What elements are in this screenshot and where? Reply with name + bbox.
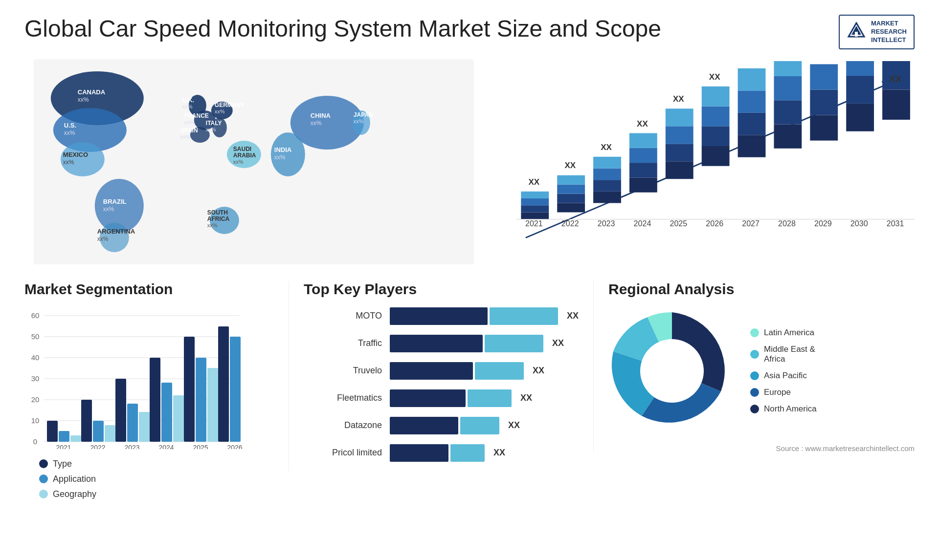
svg-text:XX: XX [889, 74, 902, 84]
legend-europe: Europe [750, 388, 817, 397]
donut-chart [608, 307, 736, 434]
segmentation-section: Market Segmentation 0 10 20 30 40 50 60 [24, 281, 289, 504]
bar-light [460, 417, 499, 434]
latin-america-dot [750, 328, 759, 337]
svg-text:2024: 2024 [633, 219, 651, 228]
svg-text:xx%: xx% [215, 108, 225, 114]
legend-application: Application [39, 474, 274, 484]
bar-dark [390, 362, 473, 380]
svg-rect-62 [557, 175, 585, 184]
key-players-title: Top Key Players [304, 281, 579, 298]
svg-text:xx%: xx% [206, 127, 216, 132]
svg-rect-128 [59, 431, 69, 442]
svg-text:2022: 2022 [561, 219, 579, 228]
bar-dark [390, 389, 466, 407]
svg-text:2031: 2031 [886, 219, 904, 228]
svg-text:xx%: xx% [103, 206, 114, 213]
svg-text:30: 30 [31, 374, 40, 383]
source-text: Source : www.marketresearchintellect.com [608, 444, 915, 452]
regional-title: Regional Analysis [608, 281, 915, 298]
svg-text:INDIA: INDIA [274, 146, 292, 153]
svg-rect-61 [557, 184, 585, 194]
svg-text:2027: 2027 [742, 219, 760, 228]
svg-rect-66 [593, 180, 621, 192]
svg-rect-74 [629, 133, 657, 148]
svg-rect-85 [701, 106, 729, 126]
svg-text:XX: XX [601, 142, 612, 151]
svg-rect-145 [207, 368, 218, 442]
regional-section: Regional Analysis [593, 281, 915, 452]
svg-rect-148 [230, 337, 241, 442]
north-america-dot [750, 405, 759, 413]
svg-text:2022: 2022 [90, 444, 105, 449]
map-container: CANADA xx% U.S. xx% MEXICO xx% BRAZIL xx… [24, 59, 483, 266]
svg-text:0: 0 [33, 437, 37, 446]
europe-dot [750, 388, 759, 397]
svg-rect-54 [521, 205, 549, 212]
svg-rect-141 [173, 395, 184, 442]
asia-pacific-dot [750, 371, 759, 380]
svg-rect-96 [774, 76, 802, 100]
growth-bar-chart: XX 2021 XX 2022 XX [498, 61, 915, 266]
svg-rect-56 [521, 191, 549, 198]
svg-text:MEXICO: MEXICO [63, 151, 88, 158]
bar-light [450, 444, 485, 462]
svg-rect-2 [855, 32, 858, 37]
page: Global Car Speed Monitoring System Marke… [0, 0, 939, 560]
type-dot [39, 459, 48, 468]
svg-rect-83 [701, 146, 729, 166]
svg-text:xx%: xx% [233, 159, 244, 165]
svg-text:ARABIA: ARABIA [233, 152, 256, 159]
svg-text:ITALY: ITALY [206, 120, 222, 127]
svg-text:xx%: xx% [180, 134, 191, 140]
svg-text:xx%: xx% [354, 118, 364, 124]
svg-text:FRANCE: FRANCE [184, 112, 209, 119]
key-players-section: Top Key Players MOTO XX Traffic [289, 281, 593, 472]
svg-rect-97 [774, 61, 802, 76]
svg-rect-80 [665, 108, 693, 126]
svg-text:SOUTH: SOUTH [207, 209, 228, 216]
svg-rect-79 [665, 126, 693, 144]
svg-text:2021: 2021 [525, 219, 543, 228]
world-map: CANADA xx% U.S. xx% MEXICO xx% BRAZIL xx… [24, 59, 483, 264]
header: Global Car Speed Monitoring System Marke… [24, 15, 915, 49]
svg-text:XX: XX [637, 119, 648, 129]
svg-rect-89 [738, 135, 765, 157]
svg-text:20: 20 [31, 395, 40, 404]
svg-text:XX: XX [709, 72, 720, 81]
svg-rect-135 [115, 379, 126, 442]
svg-rect-132 [93, 421, 104, 442]
svg-text:40: 40 [31, 353, 40, 362]
bar-chart-container: XX 2021 XX 2022 XX [498, 59, 915, 266]
svg-rect-78 [665, 144, 693, 161]
geography-dot [39, 490, 48, 498]
bar-dark [390, 417, 458, 434]
svg-rect-101 [810, 64, 838, 89]
svg-rect-133 [105, 425, 115, 442]
svg-text:2026: 2026 [227, 444, 242, 449]
player-moto: MOTO XX [304, 307, 579, 325]
legend-middle-east: Middle East &Africa [750, 345, 817, 364]
svg-rect-67 [593, 168, 621, 180]
svg-text:U.S.: U.S. [64, 122, 76, 129]
svg-text:SPAIN: SPAIN [180, 127, 198, 134]
bottom-section: Market Segmentation 0 10 20 30 40 50 60 [24, 281, 915, 504]
svg-rect-136 [127, 404, 138, 442]
legend-latin-america: Latin America [750, 328, 817, 338]
segmentation-title: Market Segmentation [24, 281, 274, 298]
svg-rect-129 [70, 435, 81, 442]
svg-text:xx%: xx% [97, 236, 109, 242]
svg-text:CHINA: CHINA [311, 112, 331, 119]
svg-rect-68 [593, 156, 621, 168]
svg-text:SAUDI: SAUDI [233, 146, 251, 152]
svg-rect-139 [150, 358, 160, 442]
bar-light [475, 362, 524, 380]
svg-rect-92 [738, 68, 765, 90]
svg-rect-59 [557, 203, 585, 212]
svg-text:xx%: xx% [78, 96, 89, 103]
player-traffic: Traffic XX [304, 335, 579, 352]
bar-light [468, 389, 512, 407]
segmentation-legend: Type Application Geography [39, 459, 274, 499]
svg-rect-90 [738, 112, 765, 134]
svg-rect-55 [521, 198, 549, 205]
